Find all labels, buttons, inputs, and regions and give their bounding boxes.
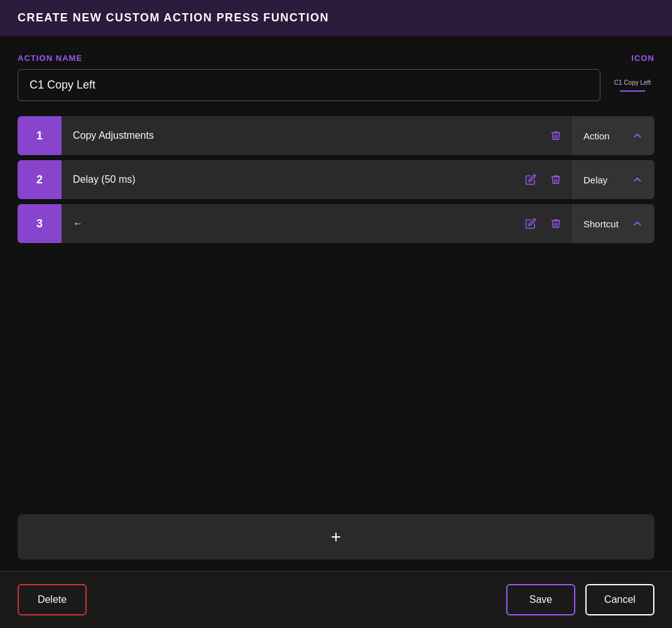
step-type-chevron-button[interactable] [631,173,644,187]
add-step-button[interactable]: + [18,514,654,560]
step-type-chevron-button[interactable] [631,129,644,143]
add-step-icon: + [331,527,341,547]
labels-row: ACTION NAME ICON [18,53,654,63]
icon-preview-text: C1 Copy Left [614,79,651,87]
step-content: Delay (50 ms) [62,174,514,185]
step-number: 2 [18,160,62,199]
step-number: 1 [18,116,62,155]
dialog-title: CREATE NEW CUSTOM ACTION PRESS FUNCTION [18,11,654,24]
step-type-label: Action [583,131,626,141]
icon-label: ICON [631,53,654,63]
delete-step-button[interactable] [548,127,564,144]
save-button[interactable]: Save [506,584,575,615]
step-content: ← [62,218,514,229]
step-actions [539,127,573,144]
step-actions [514,171,573,188]
step-row: 3←Shortcut [18,204,654,243]
step-type-label: Delay [583,175,626,185]
icon-underline [620,90,645,92]
icon-box: C1 Copy Left [610,69,654,101]
step-content: Copy Adjustments [62,130,539,141]
edit-step-button[interactable] [523,215,539,232]
add-step-area: + [0,503,672,571]
step-type-label: Shortcut [583,219,626,229]
step-row: 1Copy AdjustmentsAction [18,116,654,155]
delete-step-button[interactable] [548,171,564,188]
action-name-input[interactable] [18,69,600,101]
step-type-chevron-button[interactable] [631,217,644,230]
step-type-section: Shortcut [573,204,654,243]
title-bar: CREATE NEW CUSTOM ACTION PRESS FUNCTION [0,0,672,36]
step-type-section: Delay [573,160,654,199]
dialog: CREATE NEW CUSTOM ACTION PRESS FUNCTION … [0,0,672,628]
step-actions [514,215,573,232]
name-icon-row: C1 Copy Left [18,69,654,101]
steps-list: 1Copy AdjustmentsAction2Delay (50 ms)Del… [18,116,654,503]
step-type-section: Action [573,116,654,155]
delete-step-button[interactable] [548,215,564,232]
action-name-label: ACTION NAME [18,53,82,63]
step-row: 2Delay (50 ms)Delay [18,160,654,199]
content-area: ACTION NAME ICON C1 Copy Left 1Copy Adju… [0,36,672,503]
footer-right-buttons: Save Cancel [506,584,654,615]
edit-step-button[interactable] [523,171,539,188]
footer-bar: Delete Save Cancel [0,571,672,628]
cancel-button[interactable]: Cancel [585,584,654,615]
delete-button[interactable]: Delete [18,584,87,615]
step-number: 3 [18,204,62,243]
